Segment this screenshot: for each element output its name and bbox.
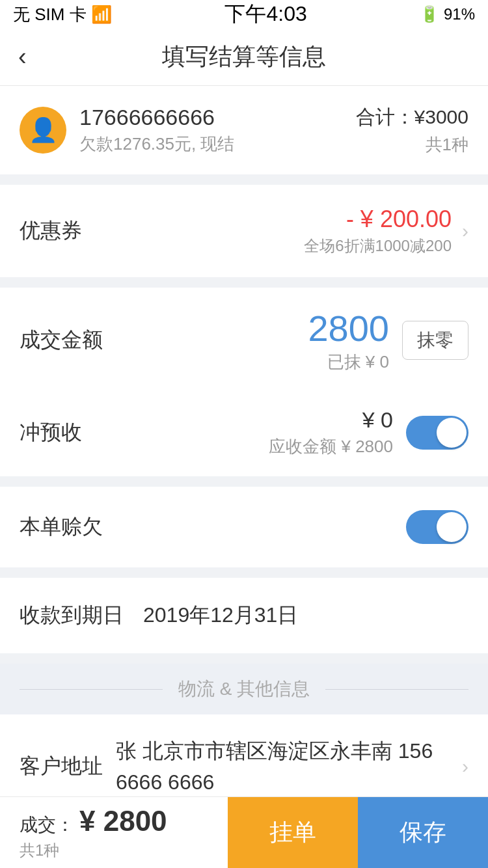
bottom-deal-amount: ¥ 2800: [79, 805, 167, 837]
battery-icon: 🔋 91%: [420, 5, 475, 23]
divider-right-line: [325, 689, 468, 690]
round-button[interactable]: 抹零: [402, 321, 468, 360]
deal-amount: 2800: [308, 307, 389, 349]
divider-left-line: [20, 689, 163, 690]
bottom-deal-label: 成交：: [20, 813, 74, 837]
prepay-amount-wrap: ¥ 0 应收金额 ¥ 2800: [269, 407, 393, 458]
credit-section: 本单赊欠: [0, 487, 488, 567]
back-button[interactable]: ‹: [18, 43, 27, 71]
save-button[interactable]: 保存: [358, 797, 488, 869]
due-section: 收款到期日 2019年12月31日: [0, 578, 488, 653]
page-header: ‹ 填写结算等信息: [0, 29, 488, 86]
prepay-right: ¥ 0 应收金额 ¥ 2800: [269, 407, 468, 458]
bottom-deal-row: 成交： ¥ 2800: [20, 805, 208, 837]
coupon-section: 优惠券 - ¥ 200.00 全场6折满1000减200 ›: [0, 185, 488, 277]
due-date-value: 2019年12月31日: [143, 601, 298, 630]
deal-erased: 已抹 ¥ 0: [308, 351, 389, 373]
chevron-right-icon: ›: [462, 220, 468, 242]
pending-label: 挂单: [269, 817, 316, 848]
deal-section: 成交金额 2800 已抹 ¥ 0 抹零 冲预收 ¥ 0 应收金额 ¥ 2800: [0, 288, 488, 476]
coupon-desc: 全场6折满1000减200: [304, 236, 452, 256]
deal-right: 2800 已抹 ¥ 0 抹零: [308, 307, 468, 373]
avatar: 👤: [20, 107, 66, 154]
coupon-label: 优惠券: [20, 217, 82, 245]
customer-left: 👤 17666666666 欠款1276.35元, 现结: [20, 105, 234, 156]
prepay-row: 冲预收 ¥ 0 应收金额 ¥ 2800: [0, 393, 488, 476]
deal-row: 成交金额 2800 已抹 ¥ 0 抹零: [0, 288, 488, 393]
divider-text: 物流 & 其他信息: [163, 677, 325, 701]
address-value: 张 北京市市辖区海淀区永丰南 156 6666 6666: [116, 735, 462, 798]
credit-label: 本单赊欠: [20, 513, 103, 541]
coupon-right: - ¥ 200.00 全场6折满1000减200 ›: [304, 206, 468, 256]
credit-toggle[interactable]: [406, 510, 468, 544]
deal-label: 成交金额: [20, 326, 103, 355]
customer-card: 👤 17666666666 欠款1276.35元, 现结 合计：¥3000 共1…: [0, 86, 488, 174]
customer-phone: 17666666666: [79, 105, 234, 130]
prepay-label: 冲预收: [20, 418, 82, 447]
status-left: 无 SIM 卡 📶: [13, 3, 112, 26]
deal-amount-wrap: 2800 已抹 ¥ 0: [308, 307, 389, 373]
due-label: 收款到期日: [20, 601, 124, 630]
credit-row: 本单赊欠: [0, 487, 488, 567]
prepay-amount: ¥ 0: [269, 407, 393, 433]
divider-section: 物流 & 其他信息: [0, 664, 488, 714]
prepay-receivable: 应收金额 ¥ 2800: [269, 435, 393, 458]
status-time: 下午4:03: [224, 0, 306, 29]
coupon-amount: - ¥ 200.00: [304, 206, 452, 233]
status-right: 🔋 91%: [420, 5, 475, 23]
coupon-row[interactable]: 优惠券 - ¥ 200.00 全场6折满1000减200 ›: [0, 185, 488, 277]
customer-info: 17666666666 欠款1276.35元, 现结: [79, 105, 234, 156]
coupon-info: - ¥ 200.00 全场6折满1000减200: [304, 206, 452, 256]
bottom-bar: 成交： ¥ 2800 共1种 挂单 保存: [0, 796, 488, 868]
avatar-icon: 👤: [29, 116, 58, 144]
prepay-toggle[interactable]: [406, 416, 468, 450]
save-label: 保存: [400, 817, 446, 848]
bottom-count: 共1种: [20, 840, 208, 861]
total-count: 共1种: [356, 133, 468, 156]
page-title: 填写结算等信息: [162, 41, 326, 73]
total-amount: 合计：¥3000: [356, 104, 468, 131]
pending-button[interactable]: 挂单: [228, 797, 358, 869]
address-chevron-icon: ›: [462, 755, 468, 778]
due-row: 收款到期日 2019年12月31日: [0, 578, 488, 653]
bottom-summary: 成交： ¥ 2800 共1种: [0, 805, 228, 861]
status-bar: 无 SIM 卡 📶 下午4:03 🔋 91%: [0, 0, 488, 29]
customer-debt: 欠款1276.35元, 现结: [79, 133, 234, 156]
page-content: 👤 17666666666 欠款1276.35元, 现结 合计：¥3000 共1…: [0, 86, 488, 868]
customer-right: 合计：¥3000 共1种: [356, 104, 468, 156]
address-label: 客户地址: [20, 752, 103, 781]
